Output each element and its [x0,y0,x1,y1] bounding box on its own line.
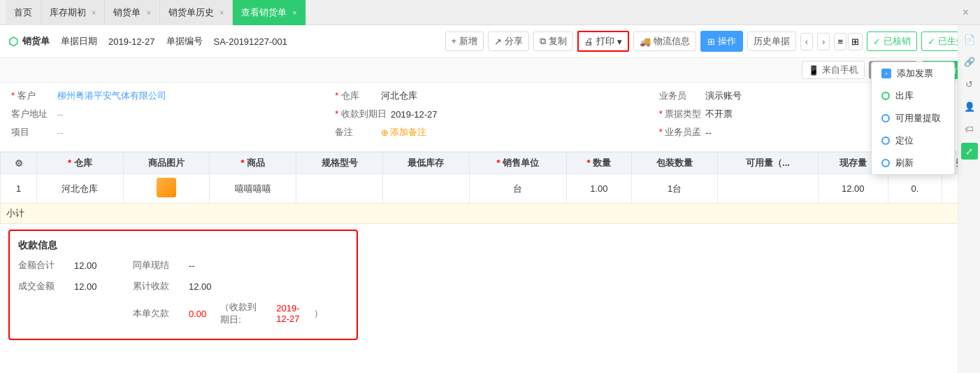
tab-sales-history-close[interactable]: × [219,8,224,17]
td-pack: 1台 [631,174,718,204]
menu-outbound[interactable]: 出库 [872,85,954,107]
gear-icon[interactable]: ⚙ [15,158,23,169]
product-image [157,178,176,197]
menu-locate[interactable]: 定位 [872,129,954,152]
customer-field: 客户 柳州粤港平安气体有限公司 [11,90,321,102]
add-note-button[interactable]: ⊕ 添加备注 [381,126,426,139]
settle-value: -- [189,260,231,271]
sec-toolbar: 📱 来自手机 ○ 未开票 ✓ 已确认 [0,58,980,83]
td-price: 0. [888,174,942,204]
owed-suffix: （收款到期日: [220,301,262,326]
duedate-field: 收款到期日 2019-12-27 [335,108,644,120]
prev-button[interactable]: ‹ [800,33,813,50]
sidebar-tag-icon[interactable]: 🏷 [961,120,978,137]
print-label: 打印 [596,35,614,48]
print-button[interactable]: 🖨 打印 ▾ [577,31,629,52]
subtotal-label: 小计 [1,204,980,224]
sidebar-user-icon[interactable]: 👤 [961,98,978,115]
data-table: ⚙ 仓库 商品图片 商品 规格型号 最低库存 销售单位 数量 包装数量 可用量（… [0,152,980,224]
tab-sales-close[interactable]: × [146,8,150,17]
tab-view-sales[interactable]: 查看销货单 × [233,0,305,25]
duedate-label: 收款到期日 [335,108,387,120]
copy-label: 复制 [549,35,567,48]
sidebar-link-icon[interactable]: 🔗 [961,53,978,70]
plus-icon: ⊕ [381,127,389,138]
add-invoice-icon: + [881,69,891,78]
logistics-button[interactable]: 🚚 物流信息 [633,31,696,51]
form-row-3: 项目 -- 备注 ⊕ 添加备注 业务员孟 -- [11,126,969,139]
tab-inventory[interactable]: 库存期初 × [41,0,105,25]
table-row: 1 河北仓库 嘻嘻嘻嘻 台 1.00 1台 12.00 0. [1,174,980,204]
share-label: 分享 [505,35,523,48]
avail-qty-icon [881,114,890,122]
history-label: 历史单据 [754,35,790,48]
share-button[interactable]: ↗ 分享 [488,31,529,51]
tab-sales[interactable]: 销货单 × [105,0,159,25]
new-button[interactable]: + 新增 [445,31,484,51]
td-img [123,174,210,204]
salesperson-label: 业务员 [659,90,701,102]
table-section: ⚙ 仓库 商品图片 商品 规格型号 最低库存 销售单位 数量 包装数量 可用量（… [0,152,980,224]
cumulative-row: 累计收款 12.00 [133,280,356,293]
tab-view-sales-label: 查看销货单 [241,6,287,19]
history-button[interactable]: 历史单据 [747,31,796,51]
avail-qty-label: 可用量提取 [895,112,941,125]
doc-date-label: 单据日期 [61,35,97,48]
owed-label: 本单欠款 [133,307,175,320]
menu-refresh[interactable]: 刷新 [872,152,954,174]
next-button[interactable]: › [817,33,830,50]
list-view-button[interactable]: ≡ [834,33,846,50]
tab-home[interactable]: 首页 [6,0,41,25]
phone-button[interactable]: 📱 来自手机 [802,61,865,79]
amount-row: 金额合计 12.00 [18,259,116,272]
tab-view-sales-close[interactable]: × [292,8,296,17]
ops-label: 操作 [718,35,736,48]
menu-avail-qty[interactable]: 可用量提取 [872,107,954,129]
note-label: 备注 [335,126,377,139]
warehouse-label: 仓库 [335,90,377,102]
th-min-stock: 最低库存 [382,153,469,174]
sidebar-expand-icon[interactable]: ⤢ [961,143,978,160]
grid-view-button[interactable]: ⊞ [848,33,863,50]
close-all-button[interactable]: × [957,6,974,19]
refresh-icon [881,159,890,167]
trade-label: 成交金额 [18,280,60,293]
ops-icon: ⊞ [707,36,715,47]
tab-sales-history-label: 销货单历史 [168,6,214,19]
td-qty: 1.00 [566,174,631,204]
td-no: 1 [1,174,37,204]
phone-icon: 📱 [808,65,819,76]
effect-check-icon: ✓ [928,36,935,47]
td-stock: 12.00 [818,174,888,204]
sidebar-document-icon[interactable]: 📄 [961,31,978,48]
refresh-label: 刷新 [895,157,914,169]
new-label: + 新增 [452,35,477,48]
menu-add-invoice[interactable]: + 添加发票 [872,62,954,85]
address-label: 客户地址 [11,108,53,120]
add-note-label: 添加备注 [390,126,426,139]
sidebar-rotate-icon[interactable]: ↺ [961,76,978,92]
outbound-icon [881,92,890,100]
table-header-row: ⚙ 仓库 商品图片 商品 规格型号 最低库存 销售单位 数量 包装数量 可用量（… [1,153,980,174]
project-value: -- [57,127,321,138]
payment-col-left: 金额合计 12.00 成交金额 12.00 [18,259,116,330]
th-avail: 可用量（... [718,153,818,174]
locate-label: 定位 [895,134,914,147]
owed-date: 2019-12-27 [276,303,299,324]
tab-sales-history[interactable]: 销货单历史 × [160,0,233,25]
print-arrow: ▾ [617,36,622,47]
owed-end: ） [314,307,356,320]
form-row-1: 客户 柳州粤港平安气体有限公司 仓库 河北仓库 业务员 演示账号 [11,90,969,102]
tab-inventory-close[interactable]: × [92,8,96,17]
warehouse-value: 河北仓库 [381,90,644,102]
sold-label: 已核销 [884,35,911,48]
tab-sales-label: 销货单 [113,6,140,19]
customer-value[interactable]: 柳州粤港平安气体有限公司 [57,90,321,102]
add-invoice-label: 添加发票 [897,67,933,80]
amount-label: 金额合计 [18,259,60,272]
copy-button[interactable]: ⧉ 复制 [533,31,573,51]
sold-button[interactable]: ✓ 已核销 [867,31,917,51]
locate-icon [881,136,890,145]
ops-button[interactable]: ⊞ 操作 [700,31,743,52]
main-container: ⬡ 销货单 单据日期 2019-12-27 单据编号 SA-20191227-0… [0,25,980,373]
